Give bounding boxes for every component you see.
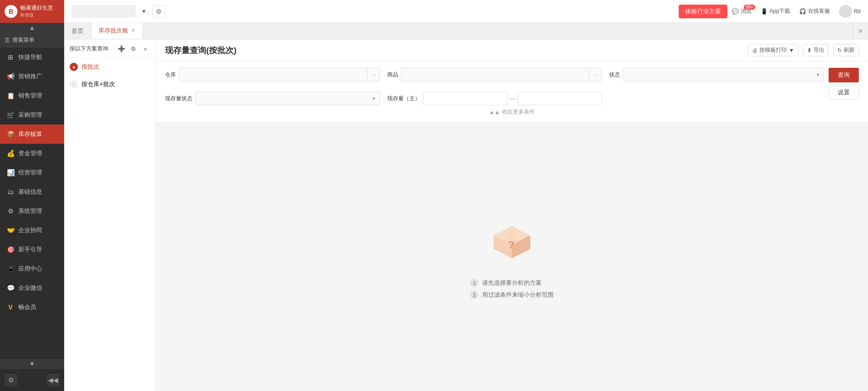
collapse-sidebar-btn[interactable]: ◀◀ bbox=[47, 374, 60, 386]
export-btn[interactable]: ⬆ 导出 bbox=[803, 44, 829, 56]
filter-item-by-batch[interactable]: ● 按批次 bbox=[64, 58, 155, 76]
sidebar-item-inventory[interactable]: 📦 库存核算 bbox=[0, 125, 64, 144]
sidebar-item-apps[interactable]: 📱 应用中心 bbox=[0, 259, 64, 278]
status-field: 状态 启用 停用 ▼ bbox=[609, 68, 824, 81]
refresh-btn[interactable]: ↻ 刷新 bbox=[833, 44, 859, 56]
app-download-btn[interactable]: 📱 App下载 bbox=[761, 7, 790, 15]
tab-home-label: 首页 bbox=[71, 27, 83, 35]
tab-home[interactable]: 首页 bbox=[64, 23, 91, 39]
app-logo: B bbox=[5, 5, 17, 18]
sidebar-scroll-up[interactable]: ▲ bbox=[0, 23, 64, 33]
inventory-quantity-to[interactable] bbox=[517, 92, 602, 105]
sidebar-item-label: 企业协同 bbox=[18, 226, 42, 234]
topbar-right: 💬 消息 99+ 📱 App下载 🎧 在线客服 Rit bbox=[732, 5, 861, 18]
sidebar-item-system[interactable]: ⚙ 系统管理 bbox=[0, 201, 64, 221]
app-version: 标准版 bbox=[20, 12, 53, 18]
sidebar-item-label: 资金管理 bbox=[18, 149, 42, 157]
collapse-more-btn[interactable]: ▲▲ 收起更多条件 bbox=[165, 105, 859, 116]
inventory-icon: 📦 bbox=[6, 130, 15, 138]
finance-icon: 💰 bbox=[6, 149, 15, 157]
phone-icon: 📱 bbox=[761, 8, 768, 15]
topbar-search-area: ▼ ⚙ bbox=[71, 5, 674, 18]
tab-close-btn[interactable]: ✕ bbox=[131, 27, 135, 33]
sidebar-item-basic[interactable]: 🗂 基础信息 bbox=[0, 182, 64, 201]
inventory-quantity-range: — bbox=[423, 92, 602, 105]
system-icon: ⚙ bbox=[6, 207, 15, 215]
sidebar-item-purchase[interactable]: 🛒 采购管理 bbox=[0, 105, 64, 125]
sidebar-item-marketing[interactable]: 📢 营销推广 bbox=[0, 67, 64, 86]
app-name: 畅康通好生意 bbox=[20, 5, 53, 12]
enterprise-icon: 🤝 bbox=[6, 226, 15, 234]
refresh-icon: ↻ bbox=[837, 47, 842, 54]
sidebar-item-operations[interactable]: 📊 经营管理 bbox=[0, 163, 64, 182]
purchase-icon: 🛒 bbox=[6, 111, 15, 119]
sidebar-item-finance[interactable]: 💰 资金管理 bbox=[0, 144, 64, 163]
topbar-search-input[interactable] bbox=[71, 5, 136, 18]
search-icon: ☰ bbox=[5, 37, 10, 43]
filter-item-by-warehouse-batch[interactable]: ○ 按仓库+批次 bbox=[64, 76, 155, 93]
topbar-settings-btn[interactable]: ⚙ bbox=[152, 5, 165, 18]
filter-row-2: 现存量状态 有库存 无库存 全部 ▼ bbox=[165, 92, 824, 105]
topbar: ▼ ⚙ 体验行业方案 💬 消息 99+ 📱 App下载 🎧 在线客服 Rit bbox=[64, 0, 868, 23]
page-content: 按以下方案查询 ➕ ⚙ « ● 按批次 ○ 按仓库+批次 现存量查询(按批次) bbox=[64, 39, 868, 391]
wechat-icon: 💬 bbox=[6, 284, 15, 292]
page-header: 现存量查询(按批次) 🖨 按模板打印 ▼ ⬆ 导出 ↻ 刷新 bbox=[156, 39, 868, 61]
export-icon: ⬆ bbox=[807, 47, 812, 54]
inventory-quantity-from[interactable] bbox=[423, 92, 508, 105]
filter-panel-header: 按以下方案查询 ➕ ⚙ « bbox=[64, 39, 155, 58]
query-action-buttons: 查询 设置 bbox=[829, 68, 859, 100]
product-input[interactable] bbox=[401, 68, 602, 81]
sidebar-item-label: 销售管理 bbox=[18, 92, 42, 100]
page-title: 现存量查询(按批次) bbox=[165, 45, 236, 56]
tab-inventory-batch-label: 库存批次账 bbox=[99, 27, 128, 35]
user-profile-btn[interactable]: Rit bbox=[839, 5, 861, 18]
sidebar-item-sales[interactable]: 📋 销售管理 bbox=[0, 86, 64, 105]
main-container: ▼ ⚙ 体验行业方案 💬 消息 99+ 📱 App下载 🎧 在线客服 Rit bbox=[64, 0, 868, 391]
empty-state: ? 1 请先选择要分析的方案 2 用过滤条件来缩小分析范围 bbox=[156, 123, 868, 391]
filter-dot-active: ● bbox=[70, 63, 78, 71]
sidebar-item-label: 采购管理 bbox=[18, 111, 42, 119]
sidebar-item-member[interactable]: V 畅会员 bbox=[0, 298, 64, 317]
tab-inventory-batch[interactable]: 库存批次账 ✕ bbox=[91, 23, 143, 39]
warehouse-input[interactable] bbox=[179, 68, 380, 81]
sidebar-item-newbie[interactable]: 🎯 新手引导 bbox=[0, 240, 64, 259]
inventory-quantity-label: 现存量（主） bbox=[387, 95, 420, 103]
trial-button[interactable]: 体验行业方案 bbox=[679, 5, 727, 18]
filter-panel-title: 按以下方案查询 bbox=[70, 45, 108, 53]
collapse-filter-btn[interactable]: « bbox=[141, 44, 150, 53]
operations-icon: 📊 bbox=[6, 168, 15, 177]
topbar-dropdown-btn[interactable]: ▼ bbox=[138, 6, 149, 17]
empty-tip-2: 2 用过滤条件来缩小分析范围 bbox=[470, 291, 554, 299]
messages-btn[interactable]: 💬 消息 99+ bbox=[732, 7, 752, 15]
sidebar-search[interactable]: ☰ 搜索菜单 bbox=[0, 33, 64, 48]
sidebar-header: B 畅康通好生意 标准版 bbox=[0, 0, 64, 23]
add-scheme-btn[interactable]: ➕ bbox=[117, 44, 126, 53]
app-info: 畅康通好生意 标准版 bbox=[20, 5, 53, 18]
filter-item-label: 按仓库+批次 bbox=[82, 80, 115, 88]
sidebar-item-wechat[interactable]: 💬 企业微信 bbox=[0, 278, 64, 298]
query-btn[interactable]: 查询 bbox=[829, 68, 859, 82]
sidebar-scroll-down[interactable]: ▼ bbox=[0, 359, 64, 369]
sidebar-item-enterprise[interactable]: 🤝 企业协同 bbox=[0, 221, 64, 240]
sidebar-item-quick-nav[interactable]: ⊞ 快捷导航 bbox=[0, 48, 64, 67]
tab-panel-close-btn[interactable]: ✕ bbox=[853, 23, 868, 39]
status-select[interactable]: 启用 停用 bbox=[623, 68, 824, 81]
sidebar-nav: ⊞ 快捷导航 📢 营销推广 📋 销售管理 🛒 采购管理 📦 库存核算 💰 资金管… bbox=[0, 48, 64, 359]
product-dots-btn[interactable]: ··· bbox=[589, 68, 602, 81]
sidebar-item-label: 系统管理 bbox=[18, 207, 42, 215]
customer-service-btn[interactable]: 🎧 在线客服 bbox=[799, 7, 830, 15]
warehouse-dots-btn[interactable]: ··· bbox=[367, 68, 380, 81]
inventory-status-select[interactable]: 有库存 无库存 全部 bbox=[195, 92, 380, 105]
manage-scheme-btn[interactable]: ⚙ bbox=[129, 44, 138, 53]
settings-footer-btn[interactable]: ⚙ bbox=[5, 374, 17, 386]
sidebar-item-label: 库存核算 bbox=[18, 130, 42, 138]
sidebar-footer: ⚙ ◀◀ bbox=[0, 369, 64, 391]
svg-text:?: ? bbox=[508, 239, 514, 250]
app-download-label: App下载 bbox=[769, 7, 790, 15]
tip-text-1: 请先选择要分析的方案 bbox=[482, 279, 542, 287]
filter-header-actions: ➕ ⚙ « bbox=[117, 44, 150, 53]
print-template-btn[interactable]: 🖨 按模板打印 ▼ bbox=[748, 44, 798, 56]
filter-row-1: 仓库 ··· 商品 ··· bbox=[165, 68, 824, 81]
apps-icon: 📱 bbox=[6, 265, 15, 273]
search-settings-btn[interactable]: 设置 bbox=[829, 85, 859, 100]
